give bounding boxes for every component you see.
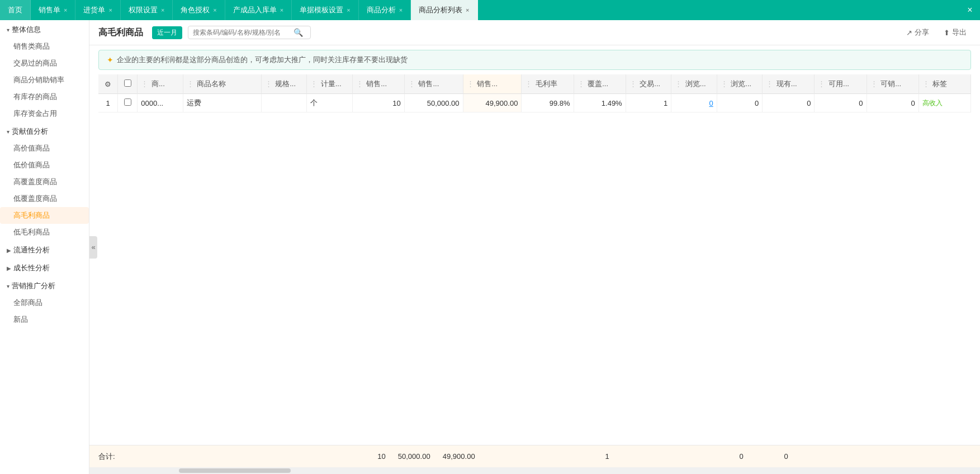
nav-tab-analysis-list-close[interactable]: × <box>466 7 469 13</box>
sidebar-group-growth-label: 成长性分析 <box>13 263 50 273</box>
col-sales-amount[interactable]: ⋮ 销售... <box>404 74 463 94</box>
cell-spec <box>261 94 307 112</box>
sidebar-item-sales-goods[interactable]: 销售类商品 <box>0 38 89 55</box>
horizontal-scrollbar[interactable] <box>89 467 980 474</box>
cell-current-stock: 0 <box>763 94 815 112</box>
nav-tab-template-close[interactable]: × <box>347 7 350 13</box>
search-input[interactable] <box>193 29 293 36</box>
col-unit[interactable]: ⋮ 计量... <box>307 74 353 94</box>
nav-tab-product-entry[interactable]: 产成品入库单 × <box>225 0 292 20</box>
nav-tab-analysis-list-label: 商品分析列表 <box>419 5 462 15</box>
footer-sales-amount: 50,000.00 <box>389 452 434 461</box>
sidebar-item-all-goods[interactable]: 全部商品 <box>0 294 89 311</box>
search-box: 🔍 <box>188 26 311 39</box>
sidebar-item-low-coverage[interactable]: 低覆盖度商品 <box>0 190 89 207</box>
page-title: 高毛利商品 <box>98 27 143 39</box>
share-icon: ↗ <box>906 29 912 37</box>
nav-tab-template[interactable]: 单据模板设置 × <box>292 0 358 20</box>
sidebar-item-low-value[interactable]: 低价值商品 <box>0 157 89 173</box>
nav-tab-permission-label: 权限设置 <box>129 5 158 15</box>
sidebar-group-contribution-label: 贡献值分析 <box>12 126 48 137</box>
table-row: 1 0000... 运费 个 10 50,000.00 49,900.00 99… <box>98 94 971 112</box>
footer-sellable-stock <box>792 452 836 461</box>
main-layout: ▾ 整体信息 销售类商品 交易过的商品 商品分销助销率 有库存的商品 库存资金占… <box>0 20 980 474</box>
nav-tab-purchase-close[interactable]: × <box>108 7 112 13</box>
footer-gross-margin <box>479 452 523 461</box>
nav-tab-product-entry-close[interactable]: × <box>280 7 283 13</box>
col-available-stock[interactable]: ⋮ 可用... <box>815 74 867 94</box>
arrow-icon-5: ▾ <box>7 283 10 289</box>
sidebar-collapse-button[interactable]: « <box>89 236 97 259</box>
sidebar-item-stocked-goods[interactable]: 有库存的商品 <box>0 88 89 105</box>
scrollbar-thumb[interactable] <box>179 468 291 473</box>
col-checkbox[interactable] <box>118 74 138 94</box>
nav-tab-purchase[interactable]: 进货单 × <box>75 0 120 20</box>
nav-tab-analysis[interactable]: 商品分析 × <box>359 0 411 20</box>
sidebar-item-traded-goods[interactable]: 交易过的商品 <box>0 55 89 72</box>
data-table-container: ⚙ ⋮ 商... ⋮ 商品名称 <box>89 74 980 445</box>
sidebar-item-stock-capital[interactable]: 库存资金占用 <box>0 105 89 122</box>
col-sales-profit[interactable]: ⋮ 销售... <box>463 74 522 94</box>
col-tag[interactable]: ⋮ 标签 <box>919 74 970 94</box>
col-sellable-stock[interactable]: ⋮ 可销... <box>867 74 919 94</box>
col-gross-margin[interactable]: ⋮ 毛利率 <box>522 74 574 94</box>
nav-tab-template-label: 单据模板设置 <box>300 5 343 15</box>
col-settings[interactable]: ⚙ <box>98 74 118 94</box>
col-code[interactable]: ⋮ 商... <box>138 74 183 94</box>
col-views2[interactable]: ⋮ 浏览... <box>717 74 763 94</box>
col-sales-qty[interactable]: ⋮ 销售... <box>352 74 404 94</box>
sidebar-item-distribution-rate[interactable]: 商品分销助销率 <box>0 72 89 88</box>
sidebar-group-growth[interactable]: ▶ 成长性分析 <box>0 259 89 276</box>
footer-sales-profit: 49,900.00 <box>434 452 479 461</box>
col-coverage[interactable]: ⋮ 覆盖... <box>574 74 626 94</box>
close-all-button[interactable]: × <box>960 0 980 20</box>
sidebar-item-low-margin[interactable]: 低毛利商品 <box>0 224 89 241</box>
sidebar-item-high-coverage[interactable]: 高覆盖度商品 <box>0 173 89 190</box>
nav-tab-analysis-list[interactable]: 商品分析列表 × <box>411 0 477 20</box>
cell-sales-profit: 49,900.00 <box>463 94 522 112</box>
data-table: ⚙ ⋮ 商... ⋮ 商品名称 <box>98 74 971 112</box>
arrow-icon-3: ▶ <box>7 247 11 254</box>
nav-tab-permission-close[interactable]: × <box>161 7 164 13</box>
export-button[interactable]: ⬆ 导出 <box>939 26 971 39</box>
col-name[interactable]: ⋮ 商品名称 <box>183 74 261 94</box>
select-all-checkbox[interactable] <box>124 79 131 87</box>
share-button[interactable]: ↗ 分享 <box>902 26 934 39</box>
sidebar-group-overview[interactable]: ▾ 整体信息 <box>0 20 89 38</box>
col-spec[interactable]: ⋮ 规格... <box>261 74 307 94</box>
cell-views2: 0 <box>717 94 763 112</box>
nav-tab-analysis-close[interactable]: × <box>399 7 403 13</box>
col-transactions[interactable]: ⋮ 交易... <box>626 74 671 94</box>
sidebar-group-contribution[interactable]: ▾ 贡献值分析 <box>0 122 89 140</box>
cell-index: 1 <box>98 94 118 112</box>
cell-sales-amount: 50,000.00 <box>404 94 463 112</box>
cell-name: 运费 <box>183 94 261 112</box>
nav-tab-home[interactable]: 首页 <box>0 0 31 20</box>
nav-tab-permission[interactable]: 权限设置 × <box>121 0 173 20</box>
sidebar-group-marketing[interactable]: ▾ 营销推广分析 <box>0 276 89 294</box>
sidebar-item-new-goods[interactable]: 新品 <box>0 311 89 328</box>
cell-available-stock: 0 <box>815 94 867 112</box>
filter-recent-month-button[interactable]: 近一月 <box>152 26 182 39</box>
nav-tab-role[interactable]: 角色授权 × <box>173 0 225 20</box>
export-icon: ⬆ <box>944 29 950 37</box>
cell-checkbox[interactable] <box>118 94 138 112</box>
sidebar-item-high-value[interactable]: 高价值商品 <box>0 140 89 157</box>
arrow-icon-4: ▶ <box>7 265 11 271</box>
sidebar-item-high-margin[interactable]: 高毛利商品 <box>0 207 89 224</box>
nav-tab-sales[interactable]: 销售单 × <box>31 0 75 20</box>
footer-totals-bar: 合计: 10 50,000.00 49,900.00 1 0 0 <box>89 445 980 467</box>
col-current-stock[interactable]: ⋮ 现有... <box>763 74 815 94</box>
col-views1[interactable]: ⋮ 浏览... <box>671 74 717 94</box>
sidebar-group-liquidity[interactable]: ▶ 流通性分析 <box>0 241 89 259</box>
search-icon[interactable]: 🔍 <box>293 28 303 37</box>
footer-sales-qty: 10 <box>344 452 389 461</box>
cell-code: 0000... <box>138 94 183 112</box>
nav-tab-role-close[interactable]: × <box>213 7 216 13</box>
footer-coverage <box>523 452 568 461</box>
row-checkbox[interactable] <box>124 98 131 106</box>
arrow-icon-2: ▾ <box>7 129 10 135</box>
nav-tab-sales-close[interactable]: × <box>64 7 67 13</box>
cell-views1[interactable]: 0 <box>671 94 717 112</box>
footer-transactions: 1 <box>568 452 613 461</box>
